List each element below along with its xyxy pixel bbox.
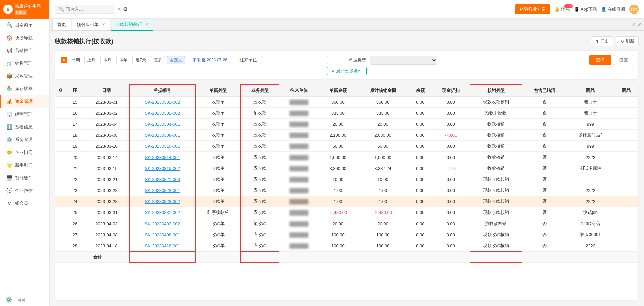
chevron-down-icon: ∨ [331,69,335,74]
more-btn[interactable]: 更多 [151,56,165,64]
sidebar-item-enterprise[interactable]: 🤝 企业协同 [0,146,49,159]
solution-button[interactable]: 体验行业方案 [515,4,550,14]
doc-no-link[interactable]: SK-20230314-001 [145,155,180,160]
sidebar-item-finance[interactable]: 💰 资金管理 [0,95,49,108]
app-download-item[interactable]: 📱 App下载 [574,6,597,12]
doc-no-link[interactable]: SK-20230328-002 [145,199,180,204]
doc-no-link[interactable]: SK-20230301-002 [145,100,180,105]
system-icon: ⚙️ [6,137,12,143]
dropdown-arrow-icon[interactable]: ▾ [118,7,120,12]
table-header-row: ⚙ 序 日期 单据编号 单据类型 业务类型 往来单位 单据金额 累计核销金额 余… [55,84,638,97]
guide-icon: 🌟 [6,162,12,168]
sidebar-item-guide[interactable]: 🌟 新手引导 [0,159,49,172]
table-row: 25 2023-03-31 SK-20230331-002 红字收款单 应收款 … [55,207,638,218]
purchase-icon: 📦 [6,73,12,79]
tab-collection-close[interactable]: ✕ [145,22,148,27]
recent-7-btn[interactable]: 近7天 [132,56,149,64]
sidebar-item-marketing[interactable]: 📢 营销推广 [0,44,49,57]
topbar-search-box[interactable]: 🔍 [55,5,115,14]
doc-no-link[interactable]: SK-20230403-002 [145,221,180,226]
marketing-icon: 📢 [6,48,12,54]
date-label: 日期 [71,57,80,63]
topbar: 🔍 ▾ ⚙ 体验行业方案 🔔 消息 99+ 📱 App下载 👤 在线客服 Rit [50,0,644,19]
query-button[interactable]: 查询 [589,55,611,65]
table-settings-icon[interactable]: ⚙ [59,88,63,93]
sidebar-item-sales[interactable]: 🛒 销售管理 [0,57,49,70]
table-row: 24 2023-03-28 SK-20230328-002 收款单 应收款 ██… [55,196,638,207]
col-no: 序 [66,84,84,97]
sidebar-item-hardware[interactable]: 🖥️ 智能硬件 [0,172,49,184]
col-include-settled: 包含已结清 [522,84,567,97]
tab-collection-label: 收款核销执行 [116,21,142,27]
export-icon: ⬆ [595,39,599,44]
topbar-gear-icon[interactable]: ⚙ [123,6,128,12]
table-row: 16 2023-03-02 SK-20230302-002 收款单 预收款 ██… [55,108,638,119]
sidebar-item-basics[interactable]: ℹ️ 基础信息 [0,121,49,133]
set-button[interactable]: 设置 [614,55,633,65]
sidebar-item-search[interactable]: 🔍 搜索菜单 [0,19,49,32]
doc-type-select[interactable]: 收款单 红字收款单 [370,56,437,65]
custom-btn[interactable]: 自定义 [167,56,185,64]
doc-no-link[interactable]: SK-20230304-001 [145,122,180,127]
sidebar-item-operations[interactable]: 📊 经营管理 [0,108,49,121]
this-year-btn[interactable]: 本年 [116,56,130,64]
doc-no-link[interactable]: SK-20230328-001 [145,188,180,193]
partner-input[interactable] [261,56,328,64]
notification-item[interactable]: 🔔 消息 99+ [554,6,570,12]
partner-dots[interactable]: ··· [332,57,336,63]
last-month-btn[interactable]: 上月 [84,56,98,64]
doc-type-label: 单据类型 [348,57,366,63]
notification-badge: 99+ [564,4,573,8]
online-service-item[interactable]: 👤 在线客服 [601,6,625,12]
this-month-btn[interactable]: 本月 [100,56,114,64]
export-button[interactable]: ⬆ 导出 [591,36,613,46]
sidebar-item-wechat[interactable]: 💬 企业微信 [0,184,49,197]
sidebar-item-label: 经营管理 [15,111,33,117]
home-icon: 🏠 [6,35,12,41]
filter-expand-toggle[interactable]: » [61,57,67,63]
sidebar-item-purchase[interactable]: 📦 采购管理 [0,70,49,82]
search-icon: 🔍 [6,22,12,28]
tab-collection[interactable]: 收款核销执行 ✕ [111,19,153,31]
sidebar-item-label: 库存核算 [15,86,33,92]
close-win-icon[interactable]: ✕ [632,22,636,27]
wechat-icon: 💬 [6,188,12,194]
collapse-icon[interactable]: ◀◀ [17,297,25,302]
col-verify-type: 核销类型 [470,84,522,97]
doc-no-link[interactable]: SK-20230418-001 [145,243,180,248]
doc-no-link[interactable]: SK-20230408-001 [145,232,180,237]
filter-area: » 日期 上月 本月 本年 近7天 更多 自定义 不限 至 2023-07-26… [55,50,639,80]
col-goods: 商品 [567,84,614,97]
tab-prepay[interactable]: 预付应付单 ✕ [72,19,110,31]
doc-no-link[interactable]: SK-20230315-002 [145,166,180,171]
doc-no-link[interactable]: SK-20230308-001 [145,133,180,138]
sidebar-item-label: 系统管理 [15,137,33,143]
search-input[interactable] [66,7,106,12]
sidebar-item-vip[interactable]: V 畅会员 [0,197,49,210]
doc-no-link[interactable]: SK-20230310-001 [145,144,180,149]
page-title: 收款核销执行(按收款) [55,37,113,45]
data-table: ⚙ 序 日期 单据编号 单据类型 业务类型 往来单位 单据金额 累计核销金额 余… [55,84,638,263]
expand-more-btn[interactable]: ∨ 展开更多条件 [327,67,367,75]
maximize-icon[interactable]: ⤢ [638,22,641,27]
refresh-button[interactable]: ↻ 刷新 [616,36,639,46]
sidebar-item-label: 搜索菜单 [15,22,33,28]
data-table-wrap: ⚙ 序 日期 单据编号 单据类型 业务类型 往来单位 单据金额 累计核销金额 余… [55,84,639,301]
doc-no-link[interactable]: SK-20230302-002 [145,111,180,116]
sidebar-item-label: 企业微信 [15,188,33,194]
sidebar-item-quick-nav[interactable]: 🏠 快捷导航 [0,32,49,44]
sidebar-item-label: 资金管理 [15,99,33,105]
sidebar-item-inventory[interactable]: 🏪 库存核算 [0,82,49,95]
col-doc-type: 单据类型 [196,84,241,97]
settings-bottom-icon[interactable]: ⚙️ [5,296,12,303]
tab-home[interactable]: 首页 [52,19,71,31]
filter-row-main: » 日期 上月 本月 本年 近7天 更多 自定义 不限 至 2023-07-26… [61,55,633,65]
tab-prepay-close[interactable]: ✕ [102,22,105,27]
sidebar-item-system[interactable]: ⚙️ 系统管理 [0,133,49,146]
doc-no-link[interactable]: SK-20230321-003 [145,177,180,182]
inventory-icon: 🏪 [6,86,12,92]
footer-label: 合计 [66,251,129,262]
doc-no-link[interactable]: SK-20230331-002 [145,210,180,215]
col-settings[interactable]: ⚙ [55,84,66,97]
user-avatar[interactable]: Rit [629,5,639,14]
